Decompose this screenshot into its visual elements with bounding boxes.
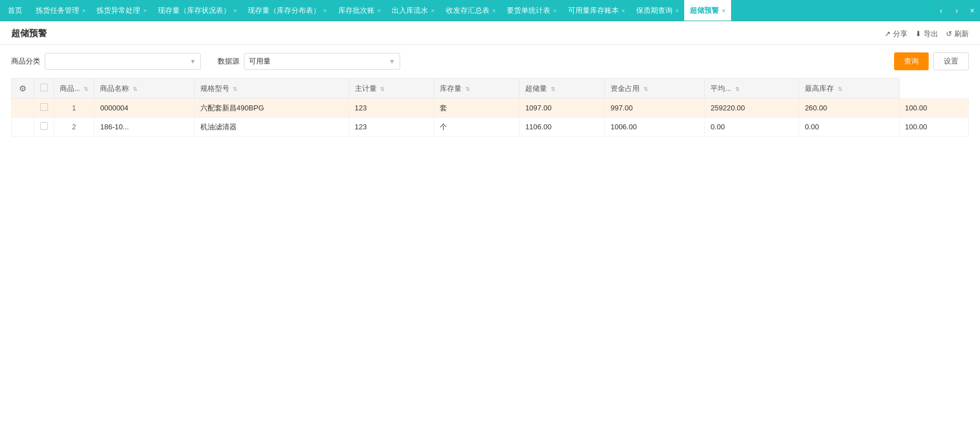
nav-arrow-group: ‹ › × (933, 0, 980, 21)
sort-capital-icon[interactable]: ⇅ (643, 86, 648, 92)
nav-tab-11[interactable]: 超储预警 × (684, 0, 731, 21)
query-button[interactable]: 查询 (894, 52, 929, 70)
row-product-name-0: 六配套新昌490BPG (194, 99, 349, 118)
row-checkbox-1[interactable] (34, 118, 54, 137)
sort-product-code-icon[interactable]: ⇅ (84, 86, 88, 92)
nav-tab-2[interactable]: 拣货异常处理 × (91, 0, 152, 21)
sort-spec-icon[interactable]: ⇅ (233, 86, 237, 92)
export-button[interactable]: ⬇ 导出 (915, 29, 938, 39)
settings-gear-icon[interactable]: ⚙ (19, 84, 26, 93)
filter-actions: 查询 设置 (894, 52, 969, 70)
th-product-name[interactable]: 商品名称 ⇅ (94, 79, 194, 99)
product-category-label: 商品分类 (11, 56, 40, 66)
close-tab-1-icon[interactable]: × (82, 7, 85, 14)
sort-unit-icon[interactable]: ⇅ (380, 86, 385, 92)
nav-tab-9[interactable]: 可用量库存账本 × (563, 0, 631, 21)
close-tab-3-icon[interactable]: × (233, 7, 237, 14)
row-overstock-1: 1006.00 (604, 118, 704, 137)
th-capital[interactable]: 资金占用 ⇅ (604, 79, 704, 99)
row-spec-1: 123 (349, 118, 434, 137)
th-settings[interactable]: ⚙ (12, 79, 34, 99)
close-tab-5-icon[interactable]: × (377, 7, 381, 14)
row-capital-1: 0.00 (705, 118, 799, 137)
table-row[interactable]: 2 186-10... 机油滤清器 123 个 1106.00 1006.00 … (12, 118, 969, 137)
row-stock-0: 1097.00 (520, 99, 605, 118)
row-spec-0: 123 (349, 99, 434, 118)
row-index-1: 2 (54, 118, 94, 137)
close-tab-6-icon[interactable]: × (431, 7, 434, 14)
nav-tab-7[interactable]: 收发存汇总表 × (440, 0, 501, 21)
th-avg-price[interactable]: 平均... ⇅ (705, 79, 799, 99)
export-icon: ⬇ (915, 30, 921, 38)
row-select-checkbox-1[interactable] (40, 122, 48, 130)
data-source-filter: 数据源 可用量 ▼ (218, 53, 400, 70)
close-tab-11-icon[interactable]: × (722, 7, 725, 14)
row-avg-price-0: 260.00 (799, 99, 899, 118)
row-product-name-1: 机油滤清器 (194, 118, 349, 137)
row-settings-1 (12, 118, 34, 137)
row-avg-price-1: 0.00 (799, 118, 899, 137)
close-tab-7-icon[interactable]: × (492, 7, 496, 14)
data-source-chevron-icon: ▼ (389, 58, 395, 65)
table-body: 1 0000004 六配套新昌490BPG 123 套 1097.00 997.… (12, 99, 969, 137)
th-max-stock[interactable]: 最高库存 ⇅ (799, 79, 899, 99)
setting-button[interactable]: 设置 (933, 52, 969, 70)
header-actions: ↗ 分享 ⬇ 导出 ↺ 刷新 (885, 29, 969, 39)
data-source-value: 可用量 (249, 56, 271, 66)
close-tab-4-icon[interactable]: × (323, 7, 326, 14)
nav-tab-10[interactable]: 保质期查询 × (631, 0, 684, 21)
row-overstock-0: 997.00 (604, 99, 704, 118)
row-checkbox-0[interactable] (34, 99, 54, 118)
nav-arrow-right[interactable]: › (949, 0, 964, 21)
row-settings-0 (12, 99, 34, 118)
row-max-stock-1: 100.00 (899, 118, 968, 137)
table-header-row: ⚙ 商品... ⇅ 商品名称 ⇅ 规格型号 ⇅ 主计量 (12, 79, 969, 99)
row-product-code-0: 0000004 (94, 99, 194, 118)
sort-stock-icon[interactable]: ⇅ (465, 86, 470, 92)
row-unit-1: 个 (434, 118, 520, 137)
table-row[interactable]: 1 0000004 六配套新昌490BPG 123 套 1097.00 997.… (12, 99, 969, 118)
table-container: ⚙ 商品... ⇅ 商品名称 ⇅ 规格型号 ⇅ 主计量 (0, 78, 980, 137)
sort-avg-price-icon[interactable]: ⇅ (735, 86, 739, 92)
sort-product-name-icon[interactable]: ⇅ (133, 86, 137, 92)
th-spec[interactable]: 规格型号 ⇅ (194, 79, 349, 99)
product-category-select[interactable]: ▼ (45, 53, 201, 70)
row-select-checkbox-0[interactable] (40, 103, 48, 111)
sort-max-stock-icon[interactable]: ⇅ (838, 86, 842, 92)
data-source-label: 数据源 (218, 56, 239, 66)
th-unit[interactable]: 主计量 ⇅ (349, 79, 434, 99)
row-stock-1: 1106.00 (520, 118, 605, 137)
nav-tab-3[interactable]: 现存量（库存状况表） × (152, 0, 242, 21)
nav-tab-6[interactable]: 出入库流水 × (386, 0, 440, 21)
product-category-chevron-icon: ▼ (190, 58, 196, 65)
nav-arrow-left[interactable]: ‹ (933, 0, 949, 21)
nav-arrow-close[interactable]: × (964, 0, 980, 21)
nav-tab-1[interactable]: 拣货任务管理 × (30, 0, 91, 21)
nav-home[interactable]: 首页 (0, 6, 30, 16)
close-tab-10-icon[interactable]: × (675, 7, 679, 14)
th-checkbox[interactable] (34, 79, 54, 99)
share-button[interactable]: ↗ 分享 (885, 29, 907, 39)
row-product-code-1: 186-10... (94, 118, 194, 137)
filter-area: 商品分类 ▼ 数据源 可用量 ▼ 查询 设置 (0, 45, 980, 78)
page-title: 超储预警 (11, 28, 47, 40)
sort-overstock-icon[interactable]: ⇅ (551, 86, 555, 92)
nav-tab-4[interactable]: 现存量（库存分布表） × (242, 0, 332, 21)
row-unit-0: 套 (434, 99, 520, 118)
refresh-button[interactable]: ↺ 刷新 (946, 29, 969, 39)
close-tab-9-icon[interactable]: × (622, 7, 625, 14)
th-overstock[interactable]: 超储量 ⇅ (520, 79, 605, 99)
row-max-stock-0: 100.00 (899, 99, 968, 118)
close-tab-2-icon[interactable]: × (143, 7, 146, 14)
data-table: ⚙ 商品... ⇅ 商品名称 ⇅ 规格型号 ⇅ 主计量 (11, 78, 969, 137)
select-all-checkbox[interactable] (40, 84, 48, 91)
th-stock[interactable]: 库存量 ⇅ (434, 79, 520, 99)
data-source-select[interactable]: 可用量 ▼ (244, 53, 400, 70)
nav-tab-8[interactable]: 要货单统计表 × (501, 0, 562, 21)
row-index-0: 1 (54, 99, 94, 118)
refresh-icon: ↺ (946, 30, 952, 38)
th-product-code[interactable]: 商品... ⇅ (54, 79, 94, 99)
top-navigation: 首页 拣货任务管理 × 拣货异常处理 × 现存量（库存状况表） × 现存量（库存… (0, 0, 980, 21)
close-tab-8-icon[interactable]: × (553, 7, 556, 14)
nav-tab-5[interactable]: 库存批次账 × (333, 0, 386, 21)
